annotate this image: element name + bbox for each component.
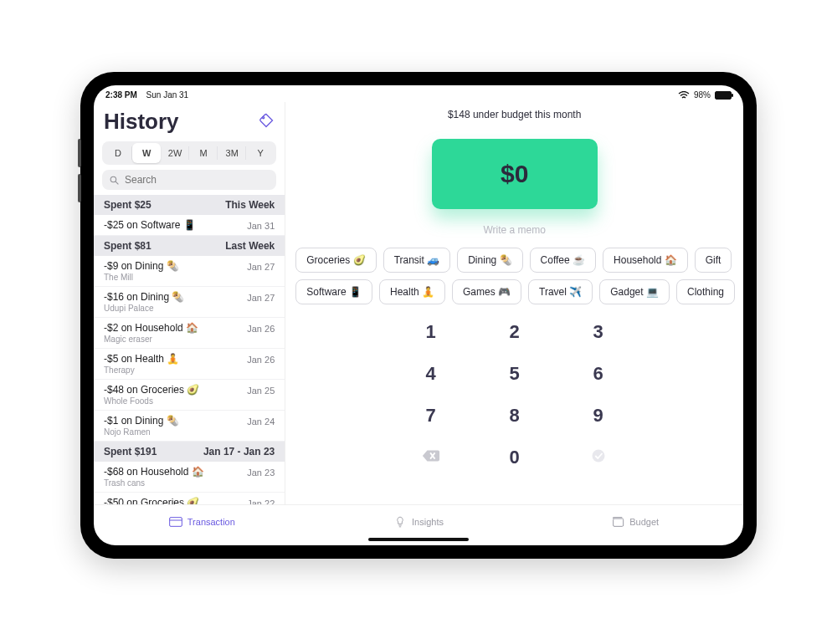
chip-clothing[interactable]: Clothing (676, 279, 735, 304)
list-item[interactable]: -$1 on Dining 🌯Nojo RamenJan 24 (94, 411, 285, 442)
chip-household[interactable]: Household 🏠 (603, 248, 688, 273)
tablet-device-frame: 2:38 PM Sun Jan 31 98% History D (80, 72, 757, 559)
row-date: Jan 27 (247, 291, 275, 303)
row-title: -$9 on Dining 🌯 (104, 260, 179, 272)
filter-3m[interactable]: 3M (218, 143, 246, 163)
volume-down-button (78, 174, 81, 202)
section-spent: Spent $81 (104, 240, 151, 252)
filter-y[interactable]: Y (246, 143, 275, 163)
key-3[interactable]: 3 (557, 316, 640, 348)
svg-point-1 (110, 176, 116, 182)
category-chips: Groceries 🥑 Transit 🚙 Dining 🌯 Coffee ☕ … (285, 236, 743, 308)
entry-panel: $148 under budget this month $0 Write a … (285, 102, 743, 504)
tab-transaction[interactable]: Transaction (94, 505, 311, 538)
battery-icon (715, 91, 732, 100)
key-0[interactable]: 0 (473, 442, 557, 473)
volume-up-button (78, 139, 81, 167)
tab-bar: Transaction Insights Budget (94, 504, 743, 538)
svg-rect-3 (169, 517, 182, 526)
key-8[interactable]: 8 (473, 400, 557, 432)
amount-display[interactable]: $0 (432, 139, 598, 209)
check-circle-icon (589, 448, 608, 463)
row-sub: Trash cans (104, 478, 204, 488)
list-item[interactable]: -$50 on Groceries 🥑Whole FoodsJan 22 (94, 493, 285, 504)
key-9[interactable]: 9 (557, 400, 640, 432)
chip-games[interactable]: Games 🎮 (452, 279, 521, 304)
chip-health[interactable]: Health 🧘 (379, 279, 445, 304)
chip-coffee[interactable]: Coffee ☕ (530, 248, 596, 273)
filter-2w[interactable]: 2W (161, 143, 189, 163)
list-item[interactable]: -$25 on Software 📱 Jan 31 (94, 215, 285, 236)
key-6[interactable]: 6 (557, 358, 640, 390)
search-input[interactable] (125, 174, 270, 186)
section-header: Spent $191 Jan 17 - Jan 23 (94, 442, 285, 462)
transaction-list: Spent $25 This Week -$25 on Software 📱 J… (94, 195, 285, 504)
key-4[interactable]: 4 (389, 358, 473, 390)
chip-gift[interactable]: Gift (695, 248, 732, 273)
section-range: Last Week (225, 240, 275, 252)
key-backspace[interactable] (389, 442, 473, 473)
row-title: -$16 on Dining 🌯 (104, 291, 184, 303)
row-sub: Udupi Palace (104, 304, 184, 313)
cards-icon (611, 516, 624, 528)
row-title: -$68 on Household 🏠 (104, 466, 204, 478)
bulb-icon (393, 516, 407, 528)
tag-icon[interactable] (258, 112, 275, 132)
home-indicator[interactable] (368, 538, 469, 541)
number-keypad: 1 2 3 4 5 6 7 8 9 0 (389, 316, 640, 473)
key-2[interactable]: 2 (473, 316, 557, 348)
key-7[interactable]: 7 (389, 400, 473, 432)
status-date: Sun Jan 31 (146, 90, 189, 100)
search-field[interactable] (102, 170, 276, 190)
row-title: -$2 on Household 🏠 (104, 322, 198, 334)
row-sub: Whole Foods (104, 396, 199, 406)
chip-travel[interactable]: Travel ✈️ (528, 279, 593, 304)
chip-groceries[interactable]: Groceries 🥑 (295, 248, 376, 273)
row-title: -$5 on Health 🧘 (104, 353, 179, 365)
row-date: Jan 24 (247, 415, 275, 427)
list-item[interactable]: -$16 on Dining 🌯Udupi PalaceJan 27 (94, 287, 285, 318)
row-date: Jan 22 (247, 497, 275, 504)
row-date: Jan 26 (247, 353, 275, 365)
row-title: -$50 on Groceries 🥑 (104, 497, 199, 504)
page-title: History (104, 109, 179, 135)
amount-value: $0 (501, 160, 528, 188)
filter-d[interactable]: D (104, 143, 132, 163)
tab-budget[interactable]: Budget (526, 505, 743, 538)
key-5[interactable]: 5 (473, 358, 557, 390)
budget-status: $148 under budget this month (285, 102, 743, 120)
list-item[interactable]: -$2 on Household 🏠Magic eraserJan 26 (94, 318, 285, 349)
row-sub: Therapy (104, 365, 179, 375)
row-date: Jan 23 (247, 466, 275, 478)
section-range: Jan 17 - Jan 23 (203, 446, 275, 457)
svg-point-0 (263, 116, 264, 118)
memo-field[interactable]: Write a memo (285, 224, 743, 236)
section-spent: Spent $25 (104, 199, 151, 211)
chip-software[interactable]: Software 📱 (295, 279, 372, 304)
key-1[interactable]: 1 (389, 316, 473, 348)
screen: 2:38 PM Sun Jan 31 98% History D (94, 85, 743, 545)
row-date: Jan 25 (247, 384, 275, 396)
svg-point-2 (592, 450, 604, 463)
filter-w[interactable]: W (132, 143, 161, 163)
section-range: This Week (225, 199, 275, 211)
battery-pct: 98% (694, 90, 711, 100)
list-item[interactable]: -$9 on Dining 🌯The MillJan 27 (94, 256, 285, 287)
row-title: -$48 on Groceries 🥑 (104, 384, 199, 396)
list-item[interactable]: -$48 on Groceries 🥑Whole FoodsJan 25 (94, 380, 285, 411)
list-item[interactable]: -$68 on Household 🏠Trash cansJan 23 (94, 462, 285, 493)
row-sub: Nojo Ramen (104, 427, 179, 437)
search-icon (109, 175, 120, 186)
list-item[interactable]: -$5 on Health 🧘TherapyJan 26 (94, 349, 285, 380)
chip-transit[interactable]: Transit 🚙 (383, 248, 451, 273)
chip-dining[interactable]: Dining 🌯 (457, 248, 522, 273)
tab-insights[interactable]: Insights (311, 505, 527, 538)
key-submit[interactable] (557, 442, 640, 473)
time-filter: D W 2W M 3M Y (102, 141, 276, 165)
tab-label: Insights (412, 517, 444, 527)
chip-gadget[interactable]: Gadget 💻 (599, 279, 670, 304)
filter-m[interactable]: M (189, 143, 218, 163)
row-sub: The Mill (104, 273, 179, 282)
section-header: Spent $25 This Week (94, 195, 285, 215)
row-date: Jan 31 (247, 219, 275, 231)
